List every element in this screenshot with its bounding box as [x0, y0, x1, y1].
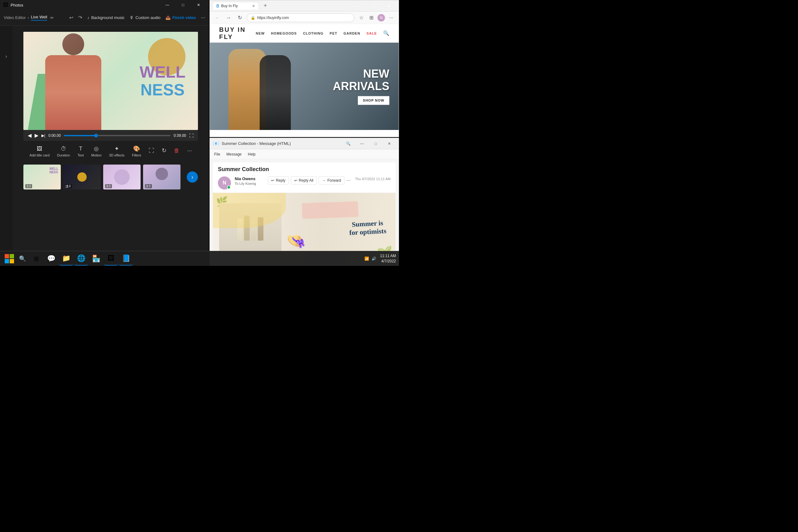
address-bar[interactable]: 🔒 https://buyinfly.com: [247, 13, 355, 22]
win-sq-red: [5, 254, 9, 258]
text-button[interactable]: T Text: [78, 146, 84, 157]
custom-audio-button[interactable]: 🎙 Custom audio: [130, 15, 160, 20]
menu-help[interactable]: Help: [248, 152, 255, 156]
rotate-icon: ↻: [162, 147, 167, 154]
hero-title: NEW ARRIVALS: [333, 68, 390, 92]
filmstrip-item-1[interactable]: 🖼 3.0: [63, 165, 101, 189]
skip-back-button[interactable]: ◀: [28, 132, 32, 138]
back-button[interactable]: ←: [213, 13, 222, 22]
filmstrip-item-3[interactable]: 🖼 3.0: [143, 165, 180, 189]
email-minimize-button[interactable]: —: [356, 139, 368, 148]
taskbar-widgets-button[interactable]: ⊞: [29, 252, 43, 266]
email-more-button[interactable]: ···: [346, 178, 350, 183]
crop-button[interactable]: ⛶: [149, 147, 154, 155]
email-body: Summer Collection N Nia Owens To Lily Ko…: [213, 163, 396, 263]
taskbar-outlook-button[interactable]: 📘: [119, 252, 133, 266]
expand-sidebar-button[interactable]: ›: [5, 54, 7, 59]
motion-button[interactable]: ◎ Motion: [91, 145, 102, 157]
edit-name-button[interactable]: ✏: [50, 15, 54, 20]
taskbar: 🔍 ⊞ 💬 📁 🌐 🏪 🖼 📘 📶 🔊 11:11 AM 4/7/2022: [0, 251, 399, 266]
hero-text: NEW ARRIVALS SHOP NOW: [333, 68, 390, 105]
next-frame-button[interactable]: ▶|: [41, 133, 45, 138]
add-title-card-button[interactable]: 🖼 Add title card: [30, 146, 50, 157]
sender-avatar: N: [218, 176, 231, 189]
clock[interactable]: 11:11 AM 4/7/2022: [380, 253, 396, 264]
maximize-button[interactable]: □: [176, 0, 190, 10]
forward-icon: →: [322, 178, 326, 183]
rotate-button[interactable]: ↻: [162, 147, 167, 155]
background-music-button[interactable]: ♪ Background music: [87, 15, 125, 20]
site-search-button[interactable]: 🔍: [383, 30, 390, 36]
filmstrip-item-2[interactable]: 🖼 3.0: [103, 165, 140, 189]
email-titlebar: 📧 Summer Collection - Message (HTML) 🔍 —…: [210, 138, 399, 149]
email-date: Thu 4/7/2022 11:11 AM: [355, 177, 391, 181]
forward-button[interactable]: → Forward: [319, 176, 344, 185]
summer-is-text: Summer is for optimists: [349, 219, 386, 237]
forward-button[interactable]: →: [224, 13, 233, 22]
reply-button[interactable]: ↩ Reply: [268, 176, 289, 185]
finish-video-button[interactable]: 📤 Finish video: [166, 15, 196, 20]
email-close-button[interactable]: ✕: [383, 139, 396, 148]
email-menu-bar: File Message Help: [210, 149, 399, 159]
filters-button[interactable]: 🎨 Filters: [132, 145, 141, 157]
url-text: https://buyinfly.com: [257, 16, 289, 20]
nav-homegoods[interactable]: HOMEGOODS: [271, 32, 297, 35]
taskbar-right: 📶 🔊 11:11 AM 4/7/2022: [364, 253, 396, 264]
3d-effects-button[interactable]: ✦ 3D effects: [109, 145, 125, 157]
breadcrumb-live-well[interactable]: Live Well: [31, 15, 48, 21]
summer-text-side: Summer is for optimists: [306, 220, 390, 236]
shop-now-button[interactable]: SHOP NOW: [358, 96, 390, 105]
menu-file[interactable]: File: [214, 152, 220, 156]
profile-button[interactable]: N: [377, 13, 385, 22]
nav-clothing[interactable]: CLOTHING: [303, 32, 323, 35]
redo-button[interactable]: ↷: [78, 15, 82, 21]
tab-close-button[interactable]: ✕: [252, 4, 255, 8]
browser-maximize-button[interactable]: □: [366, 1, 381, 11]
nav-garden[interactable]: GARDEN: [343, 32, 360, 35]
effects-icon: ✦: [114, 145, 119, 152]
total-time: 0:39.00: [174, 133, 186, 138]
settings-button[interactable]: ···: [387, 13, 396, 22]
taskbar-edge-button[interactable]: 🌐: [74, 252, 88, 266]
taskbar-explorer-button[interactable]: 📁: [59, 252, 73, 266]
fullscreen-button[interactable]: ⛶: [189, 133, 194, 138]
more-edit-button[interactable]: ···: [187, 147, 192, 155]
browser-minimize-button[interactable]: —: [351, 1, 365, 11]
play-button[interactable]: ▶: [35, 132, 38, 138]
filmstrip-next-button[interactable]: ›: [187, 171, 198, 183]
new-tab-button[interactable]: +: [262, 2, 269, 10]
reply-all-button[interactable]: ↩ Reply All: [291, 176, 317, 185]
breadcrumb-video-editor[interactable]: Video Editor: [4, 15, 26, 20]
thumb-duration-2: 3.0: [105, 184, 112, 188]
filmstrip-item-0[interactable]: WELLNESS 🖼 3.0: [23, 165, 61, 189]
taskbar-teams-button[interactable]: 💬: [44, 252, 58, 266]
email-action-buttons: ↩ Reply ↩ Reply All → Forward ···: [268, 176, 351, 185]
email-window-title: Summer Collection - Message (HTML): [222, 141, 340, 146]
minimize-button[interactable]: —: [160, 0, 174, 10]
undo-button[interactable]: ↩: [69, 15, 73, 21]
taskbar-photos-button[interactable]: 🖼: [104, 252, 118, 266]
nav-new[interactable]: NEW: [256, 32, 265, 35]
delete-button[interactable]: 🗑: [174, 147, 179, 155]
taskbar-store-button[interactable]: 🏪: [89, 252, 103, 266]
close-button[interactable]: ✕: [191, 0, 206, 10]
nav-sale[interactable]: SALE: [366, 32, 377, 35]
browser-tab[interactable]: B Buy In Fly ✕: [212, 2, 259, 10]
video-controls: ◀ ▶ ▶| 0:00.00 0:39.00 ⛶: [23, 130, 198, 141]
email-actions-area: ↩ Reply ↩ Reply All → Forward ···: [268, 176, 391, 185]
sender-to: To Lily Koenig: [235, 182, 256, 186]
email-search-button[interactable]: 🔍: [342, 139, 355, 148]
email-maximize-button[interactable]: □: [369, 139, 382, 148]
timeline[interactable]: [64, 135, 171, 136]
refresh-button[interactable]: ↻: [235, 13, 244, 22]
more-options-button[interactable]: ···: [201, 15, 205, 21]
nav-pet[interactable]: PET: [330, 32, 337, 35]
start-button[interactable]: [3, 252, 16, 265]
wellness-text: WELL NESS: [140, 63, 186, 98]
browser-close-button[interactable]: ✕: [382, 1, 396, 11]
favorites-button[interactable]: ☆: [357, 13, 366, 22]
collections-button[interactable]: ⊞: [367, 13, 376, 22]
duration-button[interactable]: ⏱ Duration: [57, 146, 70, 157]
menu-message[interactable]: Message: [226, 152, 242, 156]
taskbar-search-button[interactable]: 🔍: [17, 253, 28, 264]
